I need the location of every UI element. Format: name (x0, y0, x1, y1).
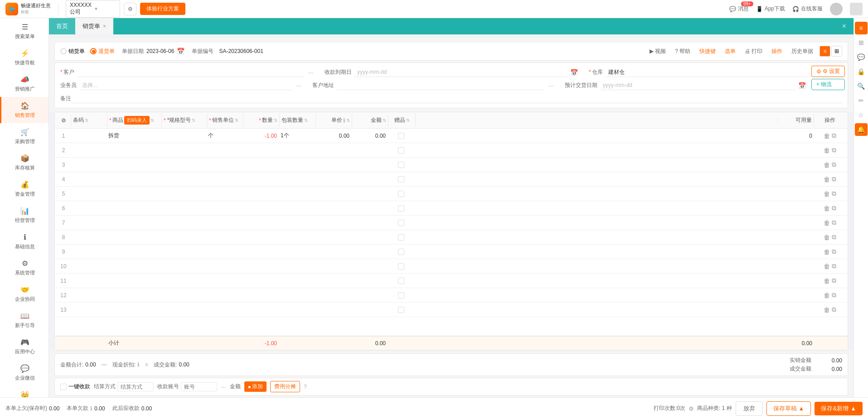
td-barcode-5[interactable] (70, 207, 107, 210)
sidebar-item-12[interactable]: 🎮应用中心 (0, 333, 48, 360)
td-price-9[interactable] (315, 265, 351, 268)
tab-sales[interactable]: 销货单 × (75, 18, 113, 34)
customer-input[interactable] (77, 67, 304, 77)
td-product-5[interactable] (107, 207, 161, 210)
td-note-2[interactable] (415, 163, 778, 167)
td-unit-9[interactable] (206, 265, 242, 268)
td-pack-2[interactable] (279, 163, 315, 167)
td-unit-1[interactable] (206, 149, 242, 152)
td-qty-8[interactable] (242, 250, 279, 254)
td-spec-0[interactable] (161, 134, 206, 138)
copy-icon-11[interactable]: ⧉ (832, 291, 836, 299)
settings-btn[interactable]: ⚙ ⚙ 设置 (811, 66, 845, 77)
sidebar-item-10[interactable]: 🤝企业协同 (0, 281, 48, 307)
calendar-icon[interactable]: 📅 (177, 48, 184, 55)
right-panel-comment-icon[interactable]: 💬 (855, 51, 868, 63)
td-spec-7[interactable] (161, 236, 206, 239)
payment-method-input[interactable] (117, 382, 154, 391)
salesperson-dots-btn[interactable]: ··· (296, 82, 302, 89)
td-pack-11[interactable] (279, 294, 315, 297)
delivery-calendar-icon[interactable]: 📅 (798, 82, 806, 89)
td-barcode-8[interactable] (70, 250, 107, 254)
td-gift-1[interactable] (388, 145, 415, 155)
right-panel-search-icon[interactable]: 🔍 (855, 80, 868, 92)
td-barcode-4[interactable] (70, 192, 107, 196)
copy-icon-7[interactable]: ⧉ (832, 233, 836, 241)
sidebar-item-2[interactable]: 📣营销推广 (0, 71, 48, 97)
td-note-3[interactable] (415, 178, 778, 181)
td-spec-4[interactable] (161, 192, 206, 196)
payment-checkbox-input[interactable] (60, 384, 67, 390)
td-unit-3[interactable] (206, 178, 242, 181)
copy-icon-3[interactable]: ⧉ (832, 175, 836, 183)
td-unit-6[interactable] (206, 221, 242, 225)
td-product-9[interactable] (107, 265, 161, 268)
td-price-11[interactable] (315, 294, 351, 297)
td-amount-12[interactable] (351, 308, 388, 312)
delete-icon-4[interactable]: 🗑 (824, 190, 830, 197)
experience-btn[interactable]: 体验行业方案 (140, 3, 185, 15)
user-menu-btn[interactable] (850, 3, 863, 15)
copy-icon-12[interactable]: ⧉ (832, 306, 836, 313)
sidebar-item-1[interactable]: ⚡快捷导航 (0, 44, 48, 71)
gift-checkbox-0[interactable] (398, 133, 404, 139)
one-click-payment[interactable]: 一键收款 (60, 383, 90, 390)
td-amount-8[interactable] (351, 250, 388, 254)
td-pack-4[interactable] (279, 192, 315, 196)
td-note-6[interactable] (415, 221, 778, 225)
td-amount-10[interactable] (351, 279, 388, 283)
close-window-btn[interactable]: × (839, 22, 850, 30)
td-unit-10[interactable] (206, 279, 242, 283)
td-note-0[interactable] (415, 134, 778, 138)
td-qty-9[interactable] (242, 265, 279, 268)
td-product-2[interactable] (107, 163, 161, 167)
settings-gear-btn[interactable]: ⚙ (124, 3, 136, 15)
avatar[interactable] (830, 3, 843, 15)
sidebar-item-6[interactable]: 💰资金管理 (0, 176, 48, 202)
td-gift-5[interactable] (388, 203, 415, 213)
right-panel-star-icon[interactable]: ☆ (855, 109, 868, 121)
td-product-7[interactable] (107, 236, 161, 239)
gift-checkbox-3[interactable] (398, 176, 404, 183)
td-barcode-6[interactable] (70, 221, 107, 225)
app-download-btn[interactable]: 📱 App下载 (756, 5, 785, 13)
td-gift-11[interactable] (388, 290, 415, 300)
copy-icon-6[interactable]: ⧉ (832, 219, 836, 226)
td-note-4[interactable] (415, 192, 778, 196)
copy-icon-8[interactable]: ⧉ (832, 248, 836, 255)
td-qty-0[interactable]: -1.00 (242, 131, 279, 141)
td-spec-2[interactable] (161, 163, 206, 167)
grid-view-btn[interactable]: ⊞ (831, 46, 842, 57)
td-pack-8[interactable] (279, 250, 315, 254)
gift-checkbox-12[interactable] (398, 307, 404, 313)
td-amount-11[interactable] (351, 294, 388, 297)
right-panel-list-icon[interactable]: ≡ (855, 22, 868, 34)
payment-account-input[interactable] (181, 382, 217, 391)
copy-icon-4[interactable]: ⧉ (832, 190, 836, 197)
select-btn[interactable]: 选单 (722, 47, 738, 56)
td-spec-3[interactable] (161, 178, 206, 181)
print-btn[interactable]: 🖨 打印 (742, 47, 765, 56)
td-amount-0[interactable]: 0.00 (351, 131, 388, 141)
td-product-6[interactable] (107, 221, 161, 225)
td-product-8[interactable] (107, 250, 161, 254)
gift-checkbox-6[interactable] (398, 220, 404, 226)
delete-icon-12[interactable]: 🗑 (824, 306, 830, 313)
td-barcode-9[interactable] (70, 265, 107, 268)
right-panel-notify-icon[interactable]: 🔔 (855, 123, 868, 136)
td-product-10[interactable] (107, 279, 161, 283)
delete-icon-8[interactable]: 🗑 (824, 248, 830, 255)
td-barcode-3[interactable] (70, 178, 107, 181)
td-price-12[interactable] (315, 308, 351, 312)
td-price-10[interactable] (315, 279, 351, 283)
delete-icon-2[interactable]: 🗑 (824, 161, 830, 169)
td-note-1[interactable] (415, 149, 778, 152)
td-pack-12[interactable] (279, 308, 315, 312)
expense-btn[interactable]: 费用分摊 (270, 381, 300, 392)
list-view-btn[interactable]: ≡ (820, 46, 830, 57)
td-qty-7[interactable] (242, 236, 279, 239)
sidebar-item-5[interactable]: 📦库存核算 (0, 149, 48, 176)
td-note-5[interactable] (415, 207, 778, 210)
td-gift-10[interactable] (388, 276, 415, 286)
td-gift-0[interactable] (388, 131, 415, 141)
